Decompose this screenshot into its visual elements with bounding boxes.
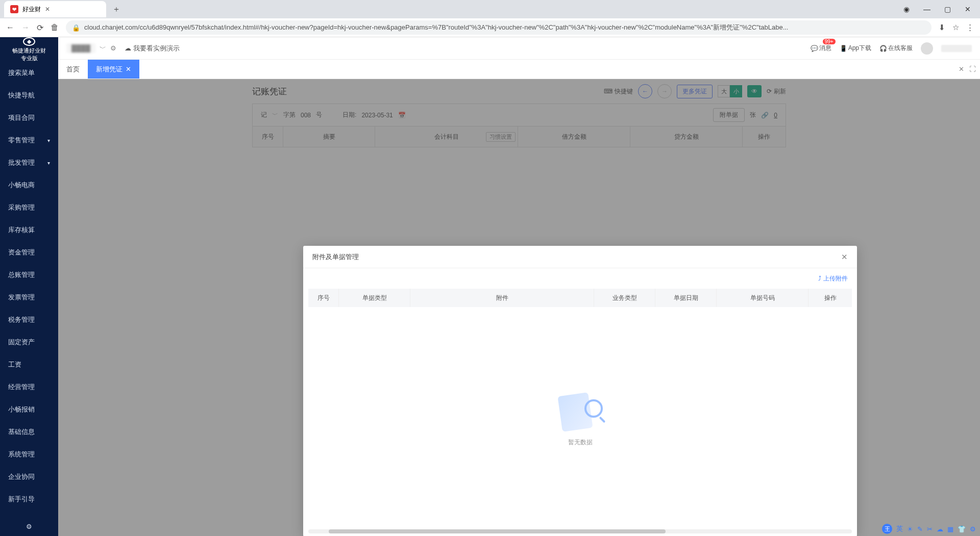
close-all-tabs-icon[interactable]: ✕	[959, 65, 964, 73]
sidebar-item-经营管理[interactable]: 经营管理	[0, 376, 58, 398]
bookmark-star-icon[interactable]: ☆	[952, 23, 959, 32]
tray-screenshot-icon[interactable]: ▦	[947, 525, 953, 533]
sidebar-item-label: 企业协同	[8, 472, 35, 481]
mcol-seq: 序号	[308, 289, 339, 307]
org-selector[interactable]: ████	[66, 43, 95, 53]
avatar[interactable]	[921, 42, 933, 55]
ime-lang[interactable]: 英	[896, 524, 903, 533]
empty-state: 暂无数据	[303, 307, 857, 529]
sidebar-item-发票管理[interactable]: 发票管理	[0, 286, 58, 309]
chevron-down-icon: ▾	[47, 138, 50, 143]
url-text: cloud.chanjet.com/cc/u6d89qwnryel/57bfsk…	[84, 23, 788, 32]
sidebar-item-基础信息[interactable]: 基础信息	[0, 421, 58, 443]
sidebar-item-搜索菜单[interactable]: 搜索菜单	[0, 62, 58, 84]
sidebar-item-label: 税务管理	[8, 315, 35, 324]
install-app-icon[interactable]: ⬇	[939, 23, 945, 32]
tray-gear-icon[interactable]: ⚙	[970, 525, 976, 533]
forward-button[interactable]: →	[21, 23, 30, 32]
sidebar-item-label: 小畅电商	[8, 181, 35, 190]
chevron-down-icon: ▾	[47, 160, 50, 166]
tab-home[interactable]: 首页	[58, 60, 88, 79]
new-tab-button[interactable]: ＋	[112, 4, 120, 15]
sidebar-settings-icon[interactable]: ⚙	[0, 516, 58, 536]
mcol-attach: 附件	[410, 289, 594, 307]
sidebar-item-label: 资金管理	[8, 248, 35, 257]
sidebar-item-label: 总账管理	[8, 270, 35, 279]
upload-icon: ⤴	[818, 275, 821, 282]
browser-menu-icon[interactable]: ⋮	[966, 23, 974, 32]
sidebar: ◆ 畅捷通好业财 专业版 搜索菜单快捷导航项目合同零售管理▾批发管理▾小畅电商采…	[0, 37, 58, 536]
fullscreen-icon[interactable]: ⛶	[969, 65, 976, 73]
account-icon[interactable]: ◉	[900, 5, 913, 13]
sidebar-item-批发管理[interactable]: 批发管理▾	[0, 151, 58, 174]
user-name	[941, 45, 972, 52]
sidebar-item-固定资产[interactable]: 固定资产	[0, 331, 58, 353]
modal-scrollbar[interactable]	[308, 529, 852, 533]
upload-attachment-button[interactable]: ⤴ 上传附件	[818, 274, 848, 283]
sidebar-item-label: 库存核算	[8, 225, 35, 235]
close-window-icon[interactable]: ✕	[962, 5, 974, 13]
chat-icon: 💬	[811, 45, 818, 52]
tray-sun-icon[interactable]: ☀	[907, 525, 913, 533]
edition-text: 专业版	[21, 55, 38, 62]
tray-edit-icon[interactable]: ✎	[917, 525, 923, 533]
sidebar-item-小畅报销[interactable]: 小畅报销	[0, 398, 58, 421]
sidebar-item-新手引导[interactable]: 新手引导	[0, 488, 58, 511]
url-box[interactable]: 🔒 cloud.chanjet.com/cc/u6d89qwnryel/57bf…	[66, 20, 932, 35]
back-button[interactable]: ←	[6, 23, 14, 32]
tray-cloud-icon[interactable]: ☁	[937, 525, 943, 533]
sidebar-item-label: 固定资产	[8, 338, 35, 347]
sidebar-item-小畅电商[interactable]: 小畅电商	[0, 174, 58, 196]
ime-icon[interactable]: 王	[882, 524, 892, 534]
mcol-biztype: 业务类型	[594, 289, 655, 307]
tray-scissors-icon[interactable]: ✂	[927, 525, 933, 533]
sidebar-item-label: 工资	[8, 360, 21, 369]
top-bar: ████ ﹀ ⚙ ☁ 我要看实例演示 💬 消息 99+ 📱 App下载	[58, 37, 980, 60]
sidebar-item-库存核算[interactable]: 库存核算	[0, 219, 58, 241]
system-tray: 王 英 ☀ ✎ ✂ ☁ ▦ 👕 ⚙	[882, 524, 976, 534]
sidebar-item-工资[interactable]: 工资	[0, 353, 58, 376]
sidebar-item-快捷导航[interactable]: 快捷导航	[0, 84, 58, 107]
delete-icon[interactable]: 🗑	[51, 23, 59, 32]
tab-close-icon[interactable]: ✕	[126, 65, 131, 73]
empty-text: 暂无数据	[568, 438, 593, 447]
maximize-icon[interactable]: ▢	[941, 5, 953, 13]
sidebar-item-资金管理[interactable]: 资金管理	[0, 241, 58, 264]
sidebar-item-label: 发票管理	[8, 293, 35, 302]
org-settings-icon[interactable]: ⚙	[110, 44, 116, 52]
app-tabs: 首页 新增凭证 ✕ ✕ ⛶	[58, 60, 980, 79]
modal-close-button[interactable]: ✕	[841, 252, 848, 262]
reload-button[interactable]: ⟳	[37, 23, 43, 33]
mcol-doctype: 单据类型	[339, 289, 410, 307]
sidebar-item-总账管理[interactable]: 总账管理	[0, 264, 58, 286]
online-service-button[interactable]: 🎧 在线客服	[879, 44, 913, 53]
demo-link[interactable]: ☁ 我要看实例演示	[125, 44, 180, 53]
sidebar-item-零售管理[interactable]: 零售管理▾	[0, 129, 58, 151]
tray-shirt-icon[interactable]: 👕	[958, 525, 966, 533]
sidebar-item-label: 零售管理	[8, 136, 35, 145]
mcol-docdate: 单据日期	[655, 289, 717, 307]
sidebar-item-企业协同[interactable]: 企业协同	[0, 466, 58, 488]
sidebar-item-label: 搜索菜单	[8, 68, 35, 78]
minimize-icon[interactable]: —	[921, 5, 933, 13]
sidebar-item-label: 批发管理	[8, 158, 35, 167]
sidebar-item-label: 系统管理	[8, 450, 35, 459]
sidebar-item-系统管理[interactable]: 系统管理	[0, 443, 58, 466]
messages-button[interactable]: 💬 消息 99+	[811, 44, 831, 53]
tab-new-voucher[interactable]: 新增凭证 ✕	[88, 60, 139, 79]
chevron-down-icon[interactable]: ﹀	[100, 44, 106, 53]
browser-tab[interactable]: ❤ 好业财 ✕	[4, 1, 106, 17]
tab-close-icon[interactable]: ✕	[45, 6, 50, 13]
app-download-button[interactable]: 📱 App下载	[840, 44, 871, 53]
sidebar-item-label: 新手引导	[8, 495, 35, 504]
message-badge: 99+	[823, 39, 836, 44]
demo-icon: ☁	[125, 44, 131, 52]
address-bar: ← → ⟳ 🗑 🔒 cloud.chanjet.com/cc/u6d89qwnr…	[0, 18, 980, 37]
sidebar-item-采购管理[interactable]: 采购管理	[0, 196, 58, 219]
lock-icon: 🔒	[72, 24, 80, 32]
phone-icon: 📱	[840, 45, 847, 52]
sidebar-item-项目合同[interactable]: 项目合同	[0, 107, 58, 129]
sidebar-item-label: 采购管理	[8, 203, 35, 212]
attachment-modal: 附件及单据管理 ✕ ⤴ 上传附件 序号 单据类型 附件 业务类型 单据日期 单据…	[303, 246, 857, 536]
sidebar-item-税务管理[interactable]: 税务管理	[0, 309, 58, 331]
